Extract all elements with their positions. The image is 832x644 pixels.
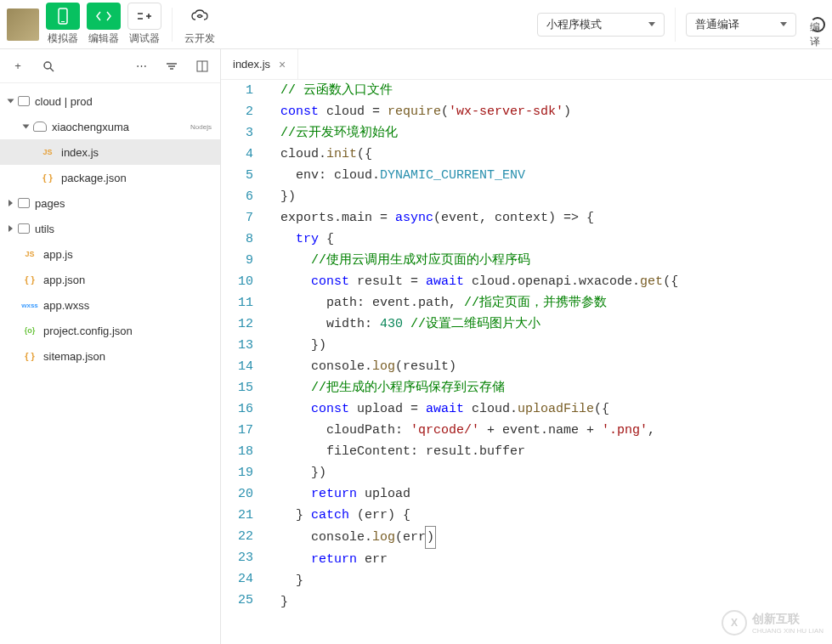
- tree-label: utils: [35, 223, 54, 235]
- chevron-icon: [8, 225, 13, 232]
- search-icon: [42, 60, 54, 72]
- code-line[interactable]: const upload = await cloud.uploadFile({: [265, 398, 832, 420]
- file-tree: cloud | prod xiaochengxuma Nodejs JS ind…: [0, 83, 220, 644]
- code-line[interactable]: // 云函数入口文件: [265, 80, 832, 101]
- code-line[interactable]: console.log(result): [265, 356, 832, 377]
- tab-indexjs[interactable]: index.js ×: [221, 49, 298, 79]
- folder-icon: [18, 198, 30, 208]
- tree-file-appwxss[interactable]: wxss app.wxss: [0, 292, 220, 318]
- code-line[interactable]: }: [265, 570, 832, 591]
- editor-tabs: index.js ×: [221, 49, 832, 80]
- simulator-label: 模拟器: [48, 31, 78, 46]
- cloud-dev-group: 云开发: [183, 3, 217, 46]
- code-line[interactable]: }): [265, 462, 832, 483]
- code-line[interactable]: width: 430 //设置二维码图片大小: [265, 314, 832, 335]
- chevron-down-icon: [780, 22, 787, 26]
- line-number: 2: [221, 101, 253, 122]
- line-number: 5: [221, 165, 253, 186]
- watermark: X 创新互联 CHUANG XIN HU LIAN: [722, 610, 824, 636]
- mode-select[interactable]: 小程序模式: [537, 13, 665, 37]
- tree-file-indexjs[interactable]: JS index.js: [0, 139, 220, 165]
- editor-label: 编辑器: [88, 31, 119, 46]
- tree-label: index.js: [61, 146, 99, 159]
- code-icon: [95, 10, 112, 22]
- tree-label: package.json: [61, 172, 127, 184]
- code-line[interactable]: console.log(err): [265, 526, 832, 549]
- editor-area: index.js × 12345678910111213141516171819…: [221, 49, 832, 644]
- line-number: 14: [221, 356, 253, 377]
- code-line[interactable]: env: cloud.DYNAMIC_CURRENT_ENV: [265, 165, 832, 186]
- code-line[interactable]: fileContent: result.buffer: [265, 441, 832, 462]
- debugger-button[interactable]: [127, 3, 161, 30]
- editor-button[interactable]: [87, 3, 121, 30]
- more-button[interactable]: ⋯: [133, 59, 149, 74]
- simulator-button[interactable]: [46, 3, 80, 30]
- watermark-text: 创新互联: [752, 612, 824, 627]
- tree-folder-root[interactable]: cloud | prod: [0, 88, 220, 114]
- code-line[interactable]: const result = await cloud.openapi.wxaco…: [265, 271, 832, 292]
- tree-folder-pages[interactable]: pages: [0, 190, 220, 216]
- line-number: 23: [221, 547, 253, 568]
- js-file-icon: JS: [21, 248, 38, 260]
- tree-file-sitemap[interactable]: { } sitemap.json: [0, 343, 220, 369]
- code-line[interactable]: //云开发环境初始化: [265, 122, 832, 144]
- mode-select-value: 小程序模式: [546, 17, 602, 32]
- top-toolbar: 模拟器 编辑器 调试器 云开发 小程序模式 普通编译 编译: [0, 0, 832, 49]
- tree-file-projectconfig[interactable]: {o} project.config.json: [0, 318, 220, 343]
- watermark-logo: X: [722, 610, 747, 636]
- collapse-button[interactable]: [164, 59, 179, 74]
- phone-icon: [57, 8, 69, 25]
- code-editor[interactable]: 1234567891011121314151617181920212223242…: [221, 80, 832, 644]
- compile-label: 编译: [810, 20, 825, 49]
- code-line[interactable]: }): [265, 335, 832, 356]
- line-number: 9: [221, 250, 253, 271]
- avatar[interactable]: [7, 8, 39, 41]
- tree-folder-cloudfn[interactable]: xiaochengxuma Nodejs: [0, 114, 220, 139]
- new-file-button[interactable]: +: [10, 59, 25, 74]
- explorer-toolbar: + ⋯: [0, 49, 220, 83]
- wxss-file-icon: wxss: [21, 299, 38, 311]
- code-line[interactable]: return err: [265, 549, 832, 570]
- watermark-subtext: CHUANG XIN HU LIAN: [752, 627, 824, 635]
- folder-icon: [18, 223, 30, 234]
- code-line[interactable]: exports.main = async(event, context) => …: [265, 207, 832, 229]
- code-line[interactable]: //使用云调用生成对应页面的小程序码: [265, 250, 832, 271]
- cloud-dev-button[interactable]: [183, 3, 217, 30]
- compile-select[interactable]: 普通编译: [686, 13, 796, 37]
- code-line[interactable]: path: event.path, //指定页面，并携带参数: [265, 292, 832, 314]
- code-content[interactable]: // 云函数入口文件 const cloud = require('wx-ser…: [265, 80, 832, 644]
- code-line[interactable]: try {: [265, 229, 832, 250]
- line-number: 12: [221, 314, 253, 335]
- svg-line-3: [50, 68, 54, 71]
- search-button[interactable]: [41, 59, 56, 74]
- line-number: 18: [221, 441, 253, 462]
- json-file-icon: { }: [39, 172, 56, 184]
- toolbar-divider: [172, 8, 173, 42]
- code-line[interactable]: return upload: [265, 483, 832, 505]
- code-line[interactable]: const cloud = require('wx-server-sdk'): [265, 101, 832, 122]
- code-line[interactable]: }): [265, 186, 832, 207]
- line-number: 25: [221, 590, 253, 611]
- line-number: 16: [221, 398, 253, 420]
- tree-label: project.config.json: [43, 325, 133, 337]
- tree-file-appjson[interactable]: { } app.json: [0, 267, 220, 292]
- tab-close-button[interactable]: ×: [279, 58, 286, 71]
- chevron-icon: [8, 200, 13, 206]
- tree-label: app.js: [43, 248, 73, 261]
- code-line[interactable]: cloud.init({: [265, 144, 832, 165]
- line-number: 6: [221, 186, 253, 207]
- tree-file-appjs[interactable]: JS app.js: [0, 241, 220, 267]
- code-line[interactable]: cloudPath: 'qrcode/' + event.name + '.pn…: [265, 420, 832, 441]
- split-button[interactable]: [195, 59, 210, 74]
- debugger-group: 调试器: [127, 3, 161, 46]
- cloud-dev-label: 云开发: [184, 31, 215, 46]
- code-line[interactable]: //把生成的小程序码保存到云存储: [265, 377, 832, 398]
- json-file-icon: { }: [21, 350, 38, 362]
- collapse-icon: [166, 60, 178, 72]
- tree-label: cloud | prod: [35, 95, 93, 108]
- tree-folder-utils[interactable]: utils: [0, 216, 220, 241]
- editor-group: 编辑器: [87, 3, 121, 46]
- code-line[interactable]: } catch (err) {: [265, 505, 832, 526]
- tree-file-packagejson[interactable]: { } package.json: [0, 165, 220, 190]
- line-number: 13: [221, 335, 253, 356]
